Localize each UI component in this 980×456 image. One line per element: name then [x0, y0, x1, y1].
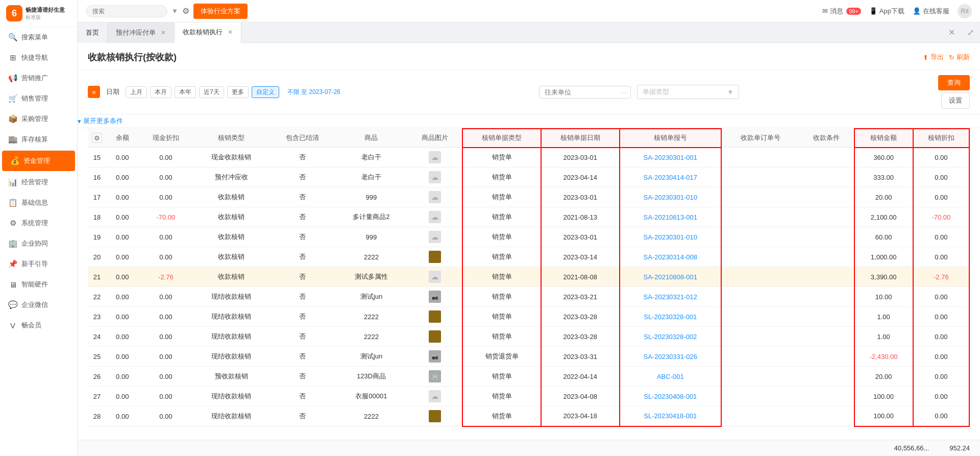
page-header: 收款核销执行(按收款) ⬆ 导出 ↻ 刷新 [78, 43, 980, 70]
cell-write-off-doc-date: 2023-04-18 [541, 406, 620, 426]
cell-write-off-amount: 333.00 [854, 167, 913, 187]
col-settings[interactable]: ⚙ [88, 129, 106, 148]
total-amount-item: 40,556,66... [894, 444, 929, 452]
total-discount-item: 952.24 [949, 444, 970, 452]
query-button[interactable]: 查询 [938, 75, 970, 90]
tab-close-window-icon[interactable]: ✕ [942, 28, 961, 37]
date-this-year-btn[interactable]: 本年 [175, 86, 196, 98]
sidebar-item-marketing[interactable]: 📢 营销推广 [0, 68, 77, 88]
cell-goods: 2222 [335, 406, 407, 426]
cell-balance: 0.00 [106, 327, 138, 347]
cell-seq: 20 [88, 247, 106, 267]
cell-goods: 2222 [335, 247, 407, 267]
doc-no-link[interactable]: SA-20230301-010 [644, 233, 698, 241]
filter-toggle-button[interactable]: » [88, 86, 100, 98]
sidebar-item-purchase[interactable]: 📦 采购管理 [0, 109, 77, 129]
sidebar-item-finance[interactable]: 💰 资金管理 [2, 151, 75, 171]
cell-receipt-condition [799, 267, 854, 287]
doc-no-link[interactable]: SL-20230408-001 [644, 393, 697, 400]
cell-write-off-doc-date: 2023-03-28 [541, 307, 620, 327]
sidebar-item-cooperation[interactable]: 🏢 企业协同 [0, 233, 77, 254]
cell-balance: 0.00 [106, 387, 138, 406]
cell-include-settled: 否 [270, 267, 336, 287]
table-container[interactable]: ⚙ 余额 现金折扣 核销类型 包含已结清 商品 商品图片 核销单据类型 核销单据… [78, 128, 980, 440]
sidebar-item-hardware[interactable]: 🖥 智能硬件 [0, 274, 77, 295]
date-more-btn[interactable]: 更多 [227, 86, 249, 98]
cell-balance: 0.00 [106, 247, 138, 267]
cell-write-off-doc-date: 2023-03-21 [541, 287, 620, 307]
doc-no-link[interactable]: SL-20230328-002 [644, 333, 697, 341]
cell-write-off-doc-date: 2021-08-08 [541, 267, 620, 287]
col-include-settled: 包含已结清 [270, 129, 336, 148]
date-last-month-btn[interactable]: 上月 [126, 86, 147, 98]
cell-write-off-type: 收款核销 [193, 207, 270, 227]
set-button[interactable]: 设置 [941, 92, 970, 109]
tab-maximize-icon[interactable]: ⤢ [961, 28, 980, 37]
cell-write-off-amount: -2,430.00 [854, 347, 913, 367]
refresh-button[interactable]: ↻ 刷新 [949, 53, 970, 62]
industry-solution-button[interactable]: 体验行业方案 [193, 4, 248, 19]
doc-type-select[interactable]: 单据类型 ▼ [637, 85, 739, 99]
cell-write-off-doc-no: SL-20230328-002 [620, 327, 722, 347]
doc-no-link[interactable]: SA-20230321-012 [644, 293, 698, 301]
export-button[interactable]: ⬆ 导出 [923, 53, 944, 62]
doc-no-link[interactable]: ABC-001 [657, 373, 684, 380]
doc-no-link[interactable]: SA-20210808-001 [644, 273, 698, 281]
app-download-button[interactable]: 📱 App下载 [869, 7, 904, 16]
message-badge: 99+ [846, 8, 861, 15]
service-icon: 👤 [913, 7, 921, 15]
cell-write-off-doc-no: SL-20230408-001 [620, 387, 722, 406]
doc-no-link[interactable]: SA-20230301-001 [644, 154, 698, 161]
cell-write-off-doc-type: 销货单 [462, 327, 541, 347]
column-settings-icon[interactable]: ⚙ [92, 133, 102, 143]
sidebar-item-sales[interactable]: 🛒 销售管理 [0, 88, 77, 109]
col-goods-img: 商品图片 [407, 129, 463, 148]
cell-receipt-condition [799, 227, 854, 247]
tab-prepay[interactable]: 预付冲应付单 ✕ [108, 22, 175, 43]
table-row: 27 0.00 0.00 现结收款核销 否 衣服00001 ☁ 销货单 2023… [88, 387, 969, 406]
cell-write-off-discount: 0.00 [913, 307, 969, 327]
counterparty-input[interactable] [539, 86, 631, 99]
prepay-tab-label: 预付冲应付单 [116, 28, 156, 37]
cell-goods: 测试jun [335, 347, 407, 367]
date-7days-btn[interactable]: 近7天 [199, 86, 224, 98]
prepay-tab-close-icon[interactable]: ✕ [161, 29, 166, 36]
doc-no-link[interactable]: SA-20230414-017 [644, 174, 698, 181]
date-this-month-btn[interactable]: 本月 [150, 86, 172, 98]
cell-write-off-doc-type: 销货单 [462, 267, 541, 287]
col-write-off-doc-date: 核销单据日期 [541, 129, 620, 148]
cell-include-settled: 否 [270, 287, 336, 307]
cell-write-off-amount: 2,100.00 [854, 207, 913, 227]
cell-include-settled: 否 [270, 187, 336, 207]
receipt-tab-close-icon[interactable]: ✕ [228, 29, 233, 36]
sidebar-item-wechat[interactable]: 💬 企业微信 [0, 295, 77, 315]
doc-no-link[interactable]: SA-20230331-026 [644, 353, 698, 361]
doc-no-link[interactable]: SA-20210813-001 [644, 213, 698, 221]
tab-receipt[interactable]: 收款核销执行 ✕ [175, 22, 241, 43]
cell-write-off-amount: 100.00 [854, 406, 913, 426]
sidebar-item-system[interactable]: ⚙ 系统管理 [0, 213, 77, 233]
sidebar-item-base[interactable]: 📋 基础信息 [0, 193, 77, 213]
cell-receipt-condition [799, 307, 854, 327]
cell-goods: 多计量商品2 [335, 207, 407, 227]
sidebar-item-inventory[interactable]: 🏬 库存核算 [0, 129, 77, 150]
cell-goods-img [407, 247, 463, 267]
message-button[interactable]: ✉ 消息 99+ [822, 7, 861, 16]
cell-goods: 999 [335, 227, 407, 247]
doc-no-link[interactable]: SL-20230328-001 [644, 313, 697, 321]
tab-home[interactable]: 首页 [78, 22, 108, 43]
settings-icon[interactable]: ⚙ [182, 6, 189, 16]
online-service-button[interactable]: 👤 在线客服 [913, 7, 949, 16]
user-avatar[interactable]: Rit [958, 4, 972, 18]
sidebar-item-operations[interactable]: 📊 经营管理 [0, 172, 77, 193]
search-input[interactable] [86, 5, 167, 17]
doc-no-link[interactable]: SA-20230314-008 [644, 253, 698, 261]
sidebar-item-guide[interactable]: 📌 新手引导 [0, 254, 77, 274]
sidebar-item-member[interactable]: V 畅会员 [0, 315, 77, 335]
date-custom-btn[interactable]: 自定义 [252, 86, 279, 98]
sidebar-item-quick-nav[interactable]: ⊞ 快捷导航 [0, 47, 77, 68]
expand-conditions-button[interactable]: ▾ 展开更多条件 [78, 116, 980, 126]
sidebar-item-search[interactable]: 🔍 搜索菜单 [0, 27, 77, 47]
doc-no-link[interactable]: SA-20230301-010 [644, 194, 698, 201]
doc-no-link[interactable]: SL-20230418-001 [644, 412, 697, 420]
